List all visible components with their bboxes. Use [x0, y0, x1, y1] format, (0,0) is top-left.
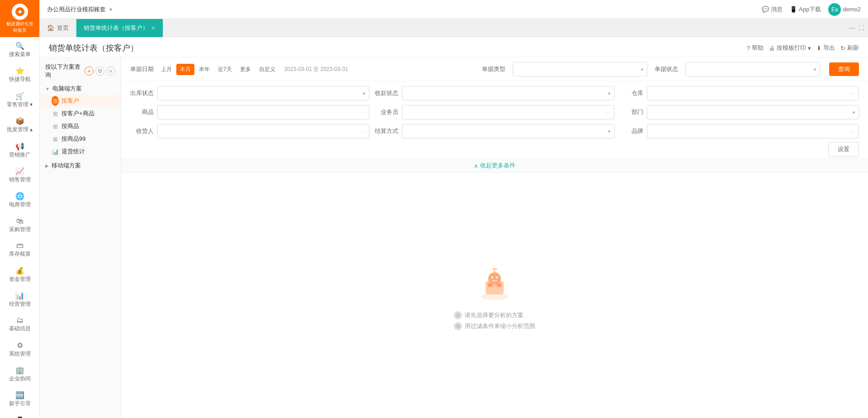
sidebar-item-inventory[interactable]: 🗃 库存核算	[0, 237, 39, 261]
scheme-settings-button[interactable]: ⚙	[95, 66, 104, 76]
collapse-bar[interactable]: ∧ 收起更多条件	[121, 158, 868, 173]
logo-icon	[12, 4, 28, 20]
brand-control[interactable]: ···	[647, 124, 859, 138]
sidebar-item-guide[interactable]: 🆕 新手引导	[0, 386, 39, 411]
sidebar-item-system[interactable]: ⚙ 系统管理	[0, 337, 39, 361]
warehouse-more-icon: ···	[850, 90, 855, 97]
warehouse-control[interactable]: ···	[647, 86, 859, 100]
sidebar-item-finance[interactable]: 💰 资金管理	[0, 262, 39, 287]
scheme-collapse-button[interactable]: «	[106, 66, 115, 76]
sidebar-item-ecommerce[interactable]: 🌐 电商管理	[0, 187, 39, 212]
topbar-title: 办公用品行业模拟账套	[47, 5, 106, 14]
scheme-item-return-stat[interactable]: 📊 退货统计	[40, 145, 121, 158]
sidebar-item-search[interactable]: 🔍 搜索菜单	[0, 37, 39, 62]
filter-cell-goods: 商品 ···	[130, 105, 369, 119]
print-button[interactable]: 🖨 按模板打印 ▾	[769, 44, 811, 52]
filter-cell-delivery: 出库状态 ▾	[130, 86, 369, 100]
sales-icon: 📈	[15, 167, 24, 176]
scheme-add-button[interactable]: +	[85, 66, 94, 76]
empty-tips: ① 请先选择要分析的方案 ② 用过滤条件来缩小分析范围	[454, 311, 535, 330]
main-area: 办公用品行业模拟账套 ▾ 💬 消息 📱 App下载 Ea demo2 🏠 首页 …	[40, 0, 868, 418]
payment-dropdown-icon: ▾	[608, 91, 610, 96]
date-btn-lastmonth[interactable]: 上月	[157, 64, 175, 75]
enterprise-icon: 🏢	[15, 366, 24, 375]
dept-dropdown-icon: ▾	[853, 110, 855, 115]
dept-control[interactable]: ▾	[647, 105, 859, 119]
date-btn-custom[interactable]: 自定义	[255, 64, 279, 75]
refresh-button[interactable]: ↻ 刷新	[840, 44, 859, 52]
topbar-dropdown[interactable]: ▾	[109, 6, 112, 13]
user-avatar-button[interactable]: Ea demo2	[828, 3, 861, 16]
scheme-item-by-customer[interactable]: 按 按客户	[40, 95, 121, 107]
marketing-icon: 📢	[15, 142, 24, 151]
ecommerce-icon: 🌐	[15, 192, 24, 200]
sidebar-item-appstore[interactable]: 📱 应用中心	[0, 412, 39, 418]
sidebar-item-wholesale[interactable]: 📦 批发管理 ▴	[0, 112, 39, 137]
settlement-control[interactable]: ▾	[402, 124, 614, 138]
settings-button[interactable]: 设置	[828, 142, 859, 157]
page-actions: ? 帮助 🖨 按模板打印 ▾ ⬇ 导出 ↻ 刷新	[747, 44, 859, 52]
svg-point-6	[491, 276, 493, 278]
sidebar-item-operations[interactable]: 📊 经营管理	[0, 287, 39, 312]
svg-point-5	[488, 272, 501, 285]
message-icon: 💬	[762, 6, 769, 13]
sidebar-item-purchase[interactable]: 🛍 采购管理	[0, 213, 39, 237]
type-dropdown-icon: ▾	[641, 67, 643, 72]
system-icon: ⚙	[17, 341, 23, 350]
goods-control[interactable]: ···	[157, 105, 369, 119]
tab-home[interactable]: 🏠 首页	[40, 19, 76, 37]
chevron-down-icon: ▼	[45, 86, 50, 91]
grid-icon2: ⊞	[52, 123, 59, 130]
operations-icon: 📊	[15, 291, 24, 300]
scheme-item-by-goods[interactable]: ⊞ 按商品	[40, 120, 121, 133]
window-maximize-icon[interactable]: ⛶	[859, 24, 864, 31]
purchase-icon: 🛍	[16, 217, 24, 225]
help-button[interactable]: ? 帮助	[747, 44, 764, 52]
type-control[interactable]: ▾	[513, 62, 647, 76]
sidebar-item-marketing[interactable]: 📢 营销推广	[0, 138, 39, 162]
delivery-control[interactable]: ▾	[157, 86, 369, 100]
recipient-more-icon: ···	[360, 128, 365, 135]
window-minimize-icon[interactable]: —	[849, 24, 855, 31]
topbar: 办公用品行业模拟账套 ▾ 💬 消息 📱 App下载 Ea demo2	[40, 0, 868, 19]
date-btn-7days[interactable]: 近7天	[214, 64, 236, 75]
scheme-group-desktop-header[interactable]: ▼ 电脑端方案	[40, 83, 121, 95]
sidebar-item-base[interactable]: 🗂 基础信息	[0, 312, 39, 336]
scheme-item-by-customer-goods[interactable]: ⊞ 按客户+商品	[40, 107, 121, 120]
grid-icon1: ⊞	[52, 110, 59, 117]
date-btn-thismonth[interactable]: 本月	[176, 64, 194, 75]
recipient-control[interactable]: ···	[157, 124, 369, 138]
page-header: 销货单统计表（按客户） ? 帮助 🖨 按模板打印 ▾ ⬇ 导出 ↻ 刷新	[40, 37, 868, 57]
app-download-button[interactable]: 📱 App下载	[790, 5, 821, 14]
filter-cell-dept: 部门 ▾	[620, 105, 859, 119]
date-btn-more[interactable]: 更多	[236, 64, 255, 75]
right-actions: 查询	[824, 62, 859, 76]
grid-icon3: ⊞	[52, 135, 59, 142]
tab-sales-stat[interactable]: 销货单统计表（按客户） ✕	[76, 19, 163, 37]
status-label: 单据状态	[655, 65, 678, 73]
date-btn-thisyear[interactable]: 本年	[195, 64, 213, 75]
empty-state: ① 请先选择要分析的方案 ② 用过滤条件来缩小分析范围	[121, 173, 868, 418]
date-quick-buttons: 上月 本月 本年 近7天 更多 自定义	[157, 64, 279, 75]
staff-control[interactable]: ···	[402, 105, 614, 119]
sidebar-item-quicknav[interactable]: ⭐ 快捷导航	[0, 62, 39, 87]
sidebar-item-retail[interactable]: 🛒 零售管理 ▾	[0, 87, 39, 112]
scheme-item-by-goods99[interactable]: ⊞ 按商品99	[40, 133, 121, 145]
export-button[interactable]: ⬇ 导出	[816, 44, 835, 52]
wholesale-icon: 📦	[15, 117, 24, 125]
payment-control[interactable]: ▾	[402, 86, 614, 100]
sidebar-item-sales[interactable]: 📈 销售管理	[0, 162, 39, 187]
sidebar-item-enterprise[interactable]: 🏢 企业协同	[0, 361, 39, 386]
message-button[interactable]: 💬 消息	[762, 5, 783, 14]
query-button[interactable]: 查询	[829, 62, 859, 76]
tab-close-icon[interactable]: ✕	[151, 25, 156, 31]
filter-cell-warehouse: 仓库 ···	[620, 86, 859, 100]
download-icon: 📱	[790, 6, 797, 13]
base-icon: 🗂	[16, 316, 24, 324]
delivery-dropdown-icon: ▾	[363, 91, 365, 96]
print-dropdown-icon[interactable]: ▾	[808, 45, 811, 52]
filter-cell-recipient: 收货人 ···	[130, 124, 369, 138]
scheme-group-mobile-header[interactable]: ▶ 移动端方案	[40, 160, 121, 171]
help-icon: ?	[747, 45, 750, 52]
status-control[interactable]: ▾	[685, 62, 820, 76]
